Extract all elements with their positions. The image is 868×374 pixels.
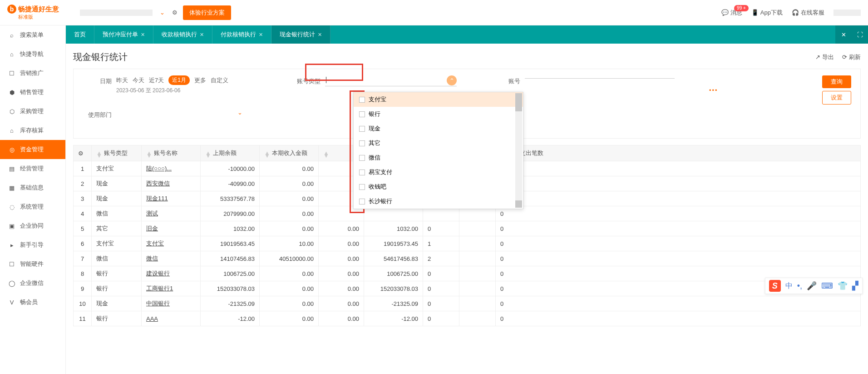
scrollbar-thumb[interactable] bbox=[515, 93, 522, 111]
column-header-2[interactable]: ▲▼账号名称 bbox=[142, 145, 201, 161]
online-service-button[interactable]: 🎧 在线客服 bbox=[792, 9, 824, 17]
column-header-3[interactable]: ▲▼上期余额 bbox=[201, 145, 260, 161]
checkbox[interactable] bbox=[359, 126, 365, 132]
messages-button[interactable]: 💬 消息 99 + bbox=[721, 9, 742, 17]
account-link[interactable]: 建设银行 bbox=[146, 270, 170, 277]
sidebar-item-6[interactable]: ◎资金管理 bbox=[0, 140, 65, 159]
account-link[interactable]: 现金111 bbox=[146, 195, 168, 202]
checkbox[interactable] bbox=[359, 140, 365, 146]
tab-2[interactable]: 收款核销执行✕ bbox=[153, 25, 212, 44]
sidebar-item-4[interactable]: ⬡采购管理 bbox=[0, 102, 65, 121]
cell-type: 微信 bbox=[92, 251, 142, 266]
cell-c7: -21325.09 bbox=[364, 296, 423, 311]
column-header-0[interactable]: ⚙ bbox=[74, 145, 92, 161]
more-filters-button[interactable]: ••• bbox=[709, 87, 718, 94]
sort-icon[interactable]: ▲▼ bbox=[146, 152, 152, 157]
date-tag-1[interactable]: 今天 bbox=[133, 76, 144, 85]
checkbox[interactable] bbox=[359, 111, 365, 117]
tab-0[interactable]: 首页 bbox=[66, 25, 94, 44]
settings-button[interactable]: 设置 bbox=[822, 91, 851, 105]
app-download-button[interactable]: 📱 App下载 bbox=[751, 9, 783, 17]
dropdown-item-4[interactable]: 微信 bbox=[354, 150, 523, 165]
toolbox-icon[interactable]: ▞ bbox=[852, 281, 858, 291]
keyboard-icon[interactable]: ⌨ bbox=[821, 281, 833, 291]
account-type-input[interactable]: ⌃ bbox=[325, 75, 457, 86]
skin-icon[interactable]: 👕 bbox=[838, 281, 848, 291]
sort-icon[interactable]: ▲▼ bbox=[96, 152, 102, 157]
sidebar-item-12[interactable]: ☐智能硬件 bbox=[0, 254, 65, 274]
date-tag-5[interactable]: 自定义 bbox=[211, 76, 228, 85]
date-tag-0[interactable]: 昨天 bbox=[116, 76, 128, 85]
ime-punct-icon[interactable]: •, bbox=[797, 281, 802, 291]
dropdown-item-0[interactable]: 支付宝 bbox=[354, 92, 523, 107]
sidebar-item-10[interactable]: ▣企业协同 bbox=[0, 216, 65, 235]
dropdown-item-6[interactable]: 收钱吧 bbox=[354, 180, 523, 194]
sidebar-item-7[interactable]: ▤经营管理 bbox=[0, 159, 65, 178]
org-selector[interactable]: ⌄ ⚙ bbox=[80, 9, 178, 16]
date-tag-2[interactable]: 近7天 bbox=[149, 76, 164, 85]
account-link[interactable]: 测试 bbox=[146, 210, 158, 217]
gear-icon[interactable]: ⚙ bbox=[78, 150, 84, 157]
close-all-tabs-button[interactable]: ✕ bbox=[835, 25, 852, 44]
query-button[interactable]: 查询 bbox=[822, 75, 851, 88]
checkbox[interactable] bbox=[359, 170, 365, 175]
sort-icon[interactable]: ▲▼ bbox=[323, 152, 329, 157]
tab-1[interactable]: 预付冲应付单✕ bbox=[94, 25, 153, 44]
cell-c6: 0.00 bbox=[319, 251, 364, 266]
sidebar-item-5[interactable]: ⌂库存核算 bbox=[0, 121, 65, 140]
ime-toolbar[interactable]: S 中 •, 🎤 ⌨ 👕 ▞ bbox=[765, 278, 863, 294]
date-tag-3[interactable]: 近1月 bbox=[168, 75, 190, 85]
sidebar-item-8[interactable]: ▦基础信息 bbox=[0, 178, 65, 197]
sidebar-item-0[interactable]: ⌕搜索菜单 bbox=[0, 25, 65, 45]
close-icon[interactable]: ✕ bbox=[200, 32, 204, 38]
account-link[interactable]: 支付宝 bbox=[146, 240, 164, 247]
dept-select[interactable]: ⌄ bbox=[116, 109, 248, 116]
refresh-button[interactable]: ⟳刷新 bbox=[842, 53, 861, 61]
sort-icon[interactable]: ▲▼ bbox=[264, 152, 270, 157]
account-link[interactable]: 西安微信 bbox=[146, 180, 170, 187]
gear-icon[interactable]: ⚙ bbox=[172, 9, 178, 16]
account-link[interactable]: 微信 bbox=[146, 255, 158, 262]
column-header-1[interactable]: ▲▼账号类型 bbox=[92, 145, 142, 161]
sidebar-item-11[interactable]: ▸新手引导 bbox=[0, 235, 65, 254]
chevron-up-icon[interactable]: ⌃ bbox=[447, 75, 457, 85]
dropdown-item-7[interactable]: 长沙银行 bbox=[354, 194, 523, 209]
scrollbar-down-button[interactable] bbox=[515, 200, 522, 208]
dropdown-item-2[interactable]: 现金 bbox=[354, 121, 523, 136]
account-link[interactable]: 旧金 bbox=[146, 225, 158, 232]
tab-3[interactable]: 付款核销执行✕ bbox=[212, 25, 271, 44]
checkbox[interactable] bbox=[359, 97, 365, 103]
sidebar-item-2[interactable]: ☐营销推广 bbox=[0, 64, 65, 83]
fullscreen-button[interactable]: ⛶ bbox=[852, 25, 868, 44]
ime-lang[interactable]: 中 bbox=[785, 281, 793, 291]
checkbox[interactable] bbox=[359, 155, 365, 161]
close-icon[interactable]: ✕ bbox=[318, 32, 322, 38]
export-button[interactable]: ↗导出 bbox=[815, 53, 834, 61]
sidebar-item-13[interactable]: ◯企业微信 bbox=[0, 274, 65, 293]
checkbox[interactable] bbox=[359, 199, 365, 204]
sidebar-item-3[interactable]: ⬢销售管理 bbox=[0, 83, 65, 102]
date-tag-4[interactable]: 更多 bbox=[194, 76, 206, 85]
user-area[interactable] bbox=[833, 10, 861, 16]
date-range-text: 2023-05-06 至 2023-06-06 bbox=[116, 87, 228, 95]
account-link[interactable]: 陆(○○○)... bbox=[146, 165, 172, 172]
account-no-input[interactable] bbox=[525, 75, 675, 79]
close-icon[interactable]: ✕ bbox=[259, 32, 263, 38]
industry-plan-button[interactable]: 体验行业方案 bbox=[183, 5, 231, 20]
checkbox[interactable] bbox=[359, 184, 365, 190]
dropdown-item-3[interactable]: 其它 bbox=[354, 136, 523, 150]
sidebar-item-1[interactable]: ⌂快捷导航 bbox=[0, 45, 65, 64]
dropdown-item-1[interactable]: 银行 bbox=[354, 107, 523, 121]
sidebar-item-9[interactable]: ◌系统管理 bbox=[0, 197, 65, 216]
close-icon[interactable]: ✕ bbox=[141, 32, 145, 38]
dropdown-item-5[interactable]: 易宝支付 bbox=[354, 165, 523, 180]
sort-icon[interactable]: ▲▼ bbox=[205, 152, 211, 157]
account-link[interactable]: AAA bbox=[146, 315, 158, 322]
sidebar-item-14[interactable]: V畅会员 bbox=[0, 293, 65, 312]
account-link[interactable]: 工商银行1 bbox=[146, 285, 173, 292]
mic-icon[interactable]: 🎤 bbox=[807, 281, 817, 291]
column-header-9[interactable]: ▲▼本期支出笔数 bbox=[496, 145, 861, 161]
tab-4[interactable]: 现金银行统计✕ bbox=[271, 25, 330, 44]
account-link[interactable]: 中国银行 bbox=[146, 300, 170, 307]
column-header-4[interactable]: ▲▼本期收入金额 bbox=[260, 145, 319, 161]
